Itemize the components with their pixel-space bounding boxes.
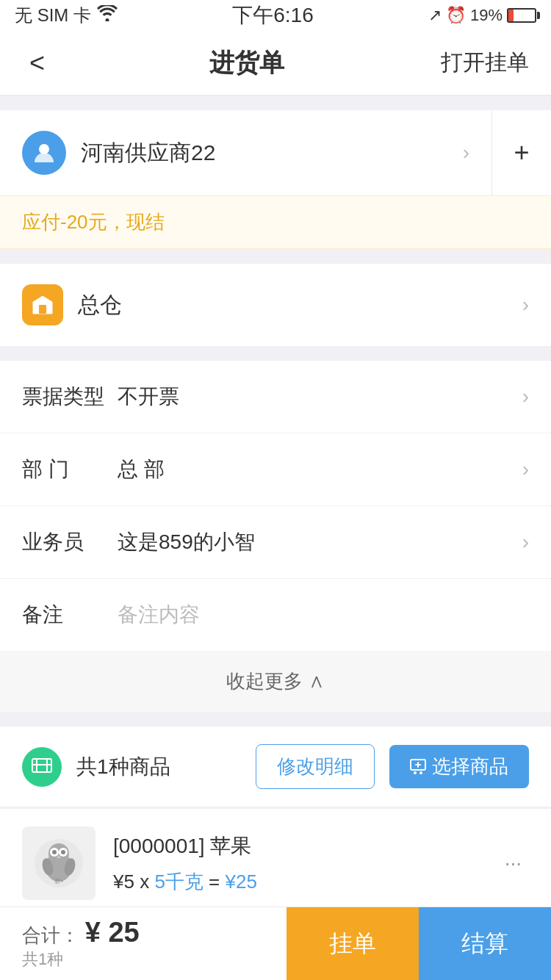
svg-point-0 (39, 144, 49, 154)
chevron-right-icon: › (522, 458, 529, 481)
svg-point-11 (52, 850, 57, 854)
hang-order-button[interactable]: 挂单 (287, 907, 419, 981)
cart-icon (410, 759, 426, 775)
supplier-avatar (22, 131, 66, 175)
remark-label: 备注 (22, 601, 118, 629)
wifi-icon (97, 5, 118, 26)
remark-row[interactable]: 备注 备注内容 (0, 579, 551, 651)
notice-text: 应付-20元，现结 (22, 211, 165, 233)
chevron-right-icon: › (522, 385, 529, 408)
svg-rect-1 (39, 305, 46, 314)
status-carrier: 无 SIM 卡 (15, 4, 118, 27)
alarm-icon: ⏰ (446, 6, 466, 25)
total-amount: ¥ 25 (85, 917, 140, 948)
collapse-label: 收起更多 ∧ (226, 670, 324, 692)
total-label: 合计： (22, 924, 79, 946)
products-count: 共1种商品 (76, 753, 241, 781)
select-product-button[interactable]: 选择商品 (389, 745, 529, 788)
product-name: [0000001] 苹果 (113, 832, 497, 860)
warehouse-section[interactable]: 总仓 › (0, 264, 551, 346)
total-row: 合计： ¥ 25 (22, 917, 264, 948)
department-value: 总 部 (118, 455, 515, 483)
warehouse-icon (22, 284, 63, 325)
product-thumbnail: 碧+ (22, 826, 96, 900)
chevron-right-icon: › (522, 293, 529, 317)
battery-icon (507, 8, 536, 23)
total-section: 合计： ¥ 25 共1种 (0, 917, 287, 970)
checkout-button[interactable]: 结算 (419, 907, 551, 981)
svg-point-4 (414, 771, 417, 774)
salesperson-value: 这是859的小智 (118, 528, 515, 556)
salesperson-label: 业务员 (22, 528, 118, 556)
remark-value: 备注内容 (118, 601, 529, 629)
product-image: 碧+ (33, 837, 84, 889)
product-price: ¥5 x 5千克 = ¥25 (113, 869, 497, 895)
nav-bar: < 进货单 打开挂单 (0, 31, 551, 96)
invoice-type-value: 不开票 (118, 383, 515, 411)
chevron-right-icon: › (463, 141, 469, 165)
location-icon: ↗ (428, 6, 442, 25)
supplier-section: 河南供应商22 › + (0, 110, 551, 195)
invoice-type-label: 票据类型 (22, 383, 118, 411)
supplier-name: 河南供应商22 (81, 138, 455, 168)
status-right: ↗ ⏰ 19% (428, 6, 536, 25)
product-info: [0000001] 苹果 ¥5 x 5千克 = ¥25 (113, 832, 497, 895)
form-section: 票据类型 不开票 › 部 门 总 部 › 业务员 这是859的小智 › 备注 备… (0, 361, 551, 651)
product-item: 碧+ [0000001] 苹果 ¥5 x 5千克 = ¥25 ··· (0, 808, 551, 918)
chevron-right-icon: › (522, 530, 529, 554)
supplier-selector[interactable]: 河南供应商22 › (0, 110, 492, 195)
svg-text:碧+: 碧+ (54, 878, 64, 884)
svg-point-5 (419, 771, 422, 774)
salesperson-row[interactable]: 业务员 这是859的小智 › (0, 506, 551, 579)
invoice-type-row[interactable]: 票据类型 不开票 › (0, 361, 551, 433)
notice-bar: 应付-20元，现结 (0, 195, 551, 249)
modify-details-button[interactable]: 修改明细 (256, 744, 375, 789)
total-sub: 共1种 (22, 948, 264, 970)
department-row[interactable]: 部 门 总 部 › (0, 433, 551, 506)
collapse-button[interactable]: 收起更多 ∧ (0, 651, 551, 712)
products-icon (22, 747, 62, 787)
battery-percent: 19% (470, 6, 503, 25)
warehouse-name: 总仓 (78, 290, 515, 320)
status-bar: 无 SIM 卡 下午6:16 ↗ ⏰ 19% (0, 0, 551, 31)
product-more-button[interactable]: ··· (497, 844, 529, 882)
page-title: 进货单 (209, 46, 284, 80)
open-pending-button[interactable]: 打开挂单 (441, 48, 529, 78)
department-label: 部 门 (22, 455, 118, 483)
back-button[interactable]: < (22, 40, 52, 86)
bottom-bar: 合计： ¥ 25 共1种 挂单 结算 (0, 907, 551, 980)
status-time: 下午6:16 (232, 1, 314, 29)
svg-point-12 (61, 850, 65, 854)
add-supplier-button[interactable]: + (492, 137, 551, 168)
products-header: 共1种商品 修改明细 选择商品 (0, 727, 551, 807)
